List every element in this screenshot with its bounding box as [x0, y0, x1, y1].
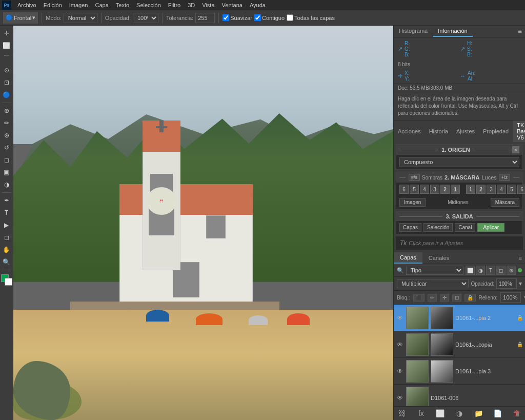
- layer-mask-btn[interactable]: ⬜: [435, 408, 446, 418]
- info-panel-menu[interactable]: ≡: [515, 26, 525, 36]
- menu-ayuda[interactable]: Ayuda: [247, 1, 269, 9]
- color-swatch[interactable]: [1, 274, 12, 286]
- layers-menu-btn[interactable]: ≡: [516, 255, 525, 261]
- layer-vis-2[interactable]: 👁: [396, 368, 404, 375]
- opacity-select[interactable]: 100%: [133, 13, 158, 23]
- mode-select[interactable]: Normal: [64, 13, 97, 23]
- crop-tool[interactable]: ⊡: [1, 77, 12, 88]
- num-4-right[interactable]: 4: [497, 185, 506, 194]
- marquee-tool[interactable]: ⬜: [1, 40, 12, 51]
- menu-imagen[interactable]: Imagen: [66, 1, 91, 9]
- menu-seleccion[interactable]: Selección: [133, 1, 164, 9]
- lock-artboard-btn[interactable]: ⊡: [452, 294, 461, 302]
- menu-3d[interactable]: 3D: [185, 1, 198, 9]
- brush-tool[interactable]: ✏: [1, 117, 12, 129]
- lasso-tool[interactable]: ⌒: [1, 52, 12, 64]
- filter-smart-btn[interactable]: ⊛: [507, 266, 516, 275]
- tab-historia[interactable]: Historia: [425, 127, 452, 136]
- layer-item-0[interactable]: 👁 D1061-...pia 2 🔒: [394, 305, 525, 331]
- tk-compuesto-select[interactable]: Compuesto: [399, 157, 519, 167]
- menu-capa[interactable]: Capa: [92, 1, 111, 9]
- num-1-right[interactable]: 1: [466, 185, 475, 194]
- eraser-tool[interactable]: ◻: [1, 154, 12, 166]
- lock-paint-btn[interactable]: ✏: [428, 294, 437, 302]
- filter-shape-btn[interactable]: ◻: [496, 266, 506, 275]
- layer-group-btn[interactable]: 📁: [473, 408, 483, 418]
- tk-capas-btn[interactable]: Capas: [399, 223, 421, 232]
- quick-select-tool[interactable]: ⊙: [1, 65, 12, 76]
- tab-propiedad[interactable]: Propiedad: [479, 127, 513, 136]
- background-color[interactable]: [5, 278, 12, 286]
- num-6-right[interactable]: 6: [517, 185, 525, 194]
- menu-filtro[interactable]: Filtro: [165, 1, 184, 9]
- layer-item-3[interactable]: 👁 D1061-006: [394, 385, 525, 406]
- shape-tool[interactable]: ◻: [1, 232, 12, 243]
- blend-mode-select[interactable]: Multiplicar: [397, 279, 469, 288]
- tk-aplicar-btn[interactable]: Aplicar: [477, 223, 504, 232]
- all-layers-checkbox[interactable]: Todas las capas: [287, 14, 335, 21]
- num-2-left[interactable]: 2: [440, 185, 450, 194]
- menu-archivo[interactable]: Archivo: [14, 1, 39, 9]
- heal-tool[interactable]: ⊕: [1, 105, 12, 116]
- tk-canal-btn[interactable]: Canal: [455, 223, 475, 232]
- fill-input[interactable]: [500, 292, 521, 303]
- layers-filter-select[interactable]: Tipo: [406, 266, 463, 275]
- smooth-checkbox[interactable]: Suavizar: [223, 14, 252, 21]
- tab-capas[interactable]: Capas: [394, 252, 422, 264]
- gradient-tool[interactable]: ▣: [1, 167, 12, 178]
- tab-tk[interactable]: TK Basic V6: [513, 121, 525, 142]
- tab-canales[interactable]: Canales: [422, 253, 455, 263]
- num-2-right[interactable]: 2: [476, 185, 486, 194]
- history-brush[interactable]: ↺: [1, 142, 12, 153]
- layer-item-1[interactable]: 👁 D1061-...copia 🔒: [394, 331, 525, 358]
- layer-adjustment-btn[interactable]: ◑: [454, 408, 465, 418]
- num-1-left[interactable]: 1: [451, 185, 460, 194]
- tk-origen-close[interactable]: ×: [512, 146, 519, 153]
- tk-seleccion-btn[interactable]: Selección: [423, 223, 453, 232]
- tab-histograma[interactable]: Histograma: [394, 26, 433, 37]
- num-5-left[interactable]: 5: [410, 185, 419, 194]
- eyedropper-tool[interactable]: 🔵 Frontal ▾: [3, 12, 38, 24]
- menu-vista[interactable]: Vista: [199, 1, 217, 9]
- layer-vis-1[interactable]: 👁: [396, 341, 404, 348]
- layer-new-btn[interactable]: 📄: [493, 408, 503, 418]
- hand-tool[interactable]: ✋: [1, 244, 12, 255]
- tk-click-area[interactable]: Tk Click para ir a Ajustes: [396, 236, 523, 250]
- text-tool[interactable]: T: [1, 207, 12, 218]
- path-select[interactable]: ▶: [1, 219, 12, 231]
- contiguous-checkbox[interactable]: Contiguo: [254, 14, 285, 21]
- pen-tool[interactable]: ✒: [1, 195, 12, 206]
- menu-edicion[interactable]: Edición: [41, 1, 65, 9]
- layer-link-btn[interactable]: ⛓: [397, 408, 407, 418]
- layer-effects-btn[interactable]: fx: [416, 408, 426, 418]
- filter-pixel-btn[interactable]: ⬜: [466, 266, 475, 275]
- num-5-right[interactable]: 5: [507, 185, 516, 194]
- layer-vis-3[interactable]: 👁: [396, 394, 404, 402]
- lock-all-btn[interactable]: 🔒: [465, 294, 476, 302]
- tk-mascara-btn[interactable]: Máscara: [491, 198, 519, 207]
- zoom-tool[interactable]: 🔍: [1, 256, 12, 268]
- layer-vis-0[interactable]: 👁: [396, 314, 404, 322]
- num-6-left[interactable]: 6: [399, 185, 409, 194]
- layer-item-2[interactable]: 👁 D1061-...pia 3: [394, 358, 525, 385]
- menu-ventana[interactable]: Ventana: [219, 1, 246, 9]
- tab-informacion[interactable]: Información: [433, 26, 472, 37]
- num-4-left[interactable]: 4: [420, 185, 429, 194]
- stamp-tool[interactable]: ⊛: [1, 130, 12, 141]
- tab-ajustes[interactable]: Ajustes: [452, 127, 479, 136]
- tab-acciones[interactable]: Acciones: [394, 127, 425, 136]
- opacity-arrow[interactable]: ▾: [519, 280, 522, 287]
- filter-adjust-btn[interactable]: ◑: [476, 266, 485, 275]
- dodge-tool[interactable]: ◑: [1, 179, 12, 190]
- filter-text-btn[interactable]: T: [486, 266, 495, 275]
- num-3-left[interactable]: 3: [430, 185, 439, 194]
- eyedropper-tool2[interactable]: 🔵: [1, 89, 12, 101]
- layer-delete-btn[interactable]: 🗑: [512, 408, 522, 418]
- tolerance-input[interactable]: [195, 13, 215, 23]
- opacity-input[interactable]: [496, 278, 517, 289]
- num-3-right[interactable]: 3: [487, 185, 496, 194]
- lock-move-btn[interactable]: ✛: [440, 294, 449, 302]
- move-tool[interactable]: ✛: [1, 28, 12, 39]
- lock-transparent-btn[interactable]: ⬛: [413, 294, 425, 302]
- menu-texto[interactable]: Texto: [113, 1, 132, 9]
